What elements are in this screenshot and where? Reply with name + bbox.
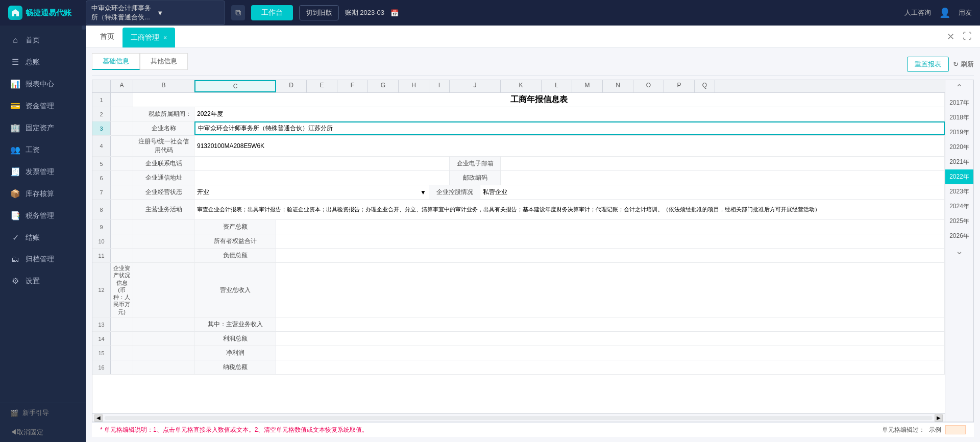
invoice-icon: 🧾 [10, 167, 20, 177]
new-guide[interactable]: 🎬 新手引导 [0, 403, 86, 423]
year-item-2025[interactable]: 2025年 [945, 214, 973, 229]
tab-home[interactable]: 首页 [92, 26, 122, 47]
topbar: 畅捷通易代账 中审众环会计师事务所（特殊普通合伙... ▼ ⧉ 工作台 切到旧版… [0, 0, 980, 26]
year-item-2021[interactable]: 2021年 [945, 155, 973, 169]
hscroll-track[interactable] [105, 416, 933, 420]
user-avatar-icon: 👤 [939, 7, 950, 18]
hscroll-left-btn[interactable]: ◀ [94, 414, 103, 422]
sidebar-item-asset[interactable]: 🏢 固定资产 [0, 117, 86, 139]
cell-6-c[interactable] [194, 171, 450, 185]
copy-icon-btn[interactable]: ⧉ [231, 5, 245, 20]
sidebar-item-salary[interactable]: 👥 工资 [0, 139, 86, 161]
tab-close-window-icon[interactable]: ✕ [945, 29, 957, 44]
tab-close-icon[interactable]: × [163, 34, 167, 41]
cell-8-b: 主营业务活动 [133, 200, 194, 219]
settings-icon: ⚙ [10, 276, 20, 286]
sidebar-bottom: 🎬 新手引导 ◀取消固定 [0, 403, 86, 442]
sidebar-item-invoice[interactable]: 🧾 发票管理 [0, 161, 86, 183]
cell-9-c: 资产总额 [194, 220, 276, 234]
reset-report-button[interactable]: 重置报表 [907, 57, 949, 72]
cell-3-c[interactable]: 中审众环会计师事务所（特殊普通合伙）江苏分所 [194, 121, 945, 135]
refresh-button[interactable]: ↻ 刷新 [953, 60, 974, 69]
cell-5-k[interactable] [501, 157, 945, 170]
cell-10-d[interactable] [276, 234, 945, 248]
cell-2-b: 税款所属期间： [133, 107, 194, 121]
tab-expand-icon[interactable]: ⛶ [961, 29, 974, 44]
table-row: 1 工商年报信息表 [92, 93, 945, 107]
inventory-icon: 📦 [10, 189, 20, 199]
sidebar-item-settings[interactable]: ⚙ 设置 [0, 270, 86, 292]
cell-11-d[interactable] [276, 249, 945, 262]
cell-7-c[interactable]: 开业 ▼ [194, 185, 429, 199]
year-item-2020[interactable]: 2020年 [945, 140, 973, 155]
cell-13-a[interactable] [111, 317, 133, 331]
cell-13-d[interactable] [276, 317, 945, 331]
logo-icon [8, 6, 22, 20]
cell-4-c[interactable]: 91320100MA208E5W6K [194, 136, 945, 156]
cell-9-a[interactable] [111, 220, 133, 234]
row-num-14: 14 [92, 332, 111, 346]
cell-15-b [133, 346, 194, 360]
cell-11-b [133, 249, 194, 262]
cell-11-a[interactable] [111, 249, 133, 262]
cell-6-a[interactable] [111, 171, 133, 185]
cell-6-k[interactable] [501, 171, 945, 185]
tab-gongshang[interactable]: 工商管理 × [122, 28, 175, 47]
user-label[interactable]: 用友 [959, 8, 972, 17]
sidebar-item-close[interactable]: ✓ 结账 [0, 227, 86, 249]
workbench-button[interactable]: 工作台 [251, 5, 293, 20]
cell-16-d[interactable] [276, 360, 945, 374]
cell-2-a[interactable] [111, 107, 133, 121]
cell-15-d[interactable] [276, 346, 945, 360]
cell-5-c[interactable] [194, 157, 450, 170]
year-panel-down-btn[interactable]: ⌄ [945, 243, 973, 259]
subtab-basic[interactable]: 基础信息 [92, 53, 140, 70]
cell-5-a[interactable] [111, 157, 133, 170]
cell-7-a[interactable] [111, 185, 133, 199]
switch-old-button[interactable]: 切到旧版 [299, 5, 339, 20]
sidebar-item-report[interactable]: 📊 报表中心 [0, 73, 86, 95]
sidebar-item-ledger[interactable]: ☰ 总账 [0, 51, 86, 73]
table-row: 15 净利润 [92, 346, 945, 360]
cell-9-d[interactable] [276, 220, 945, 234]
cell-4-a[interactable] [111, 136, 133, 156]
cell-16-a[interactable] [111, 360, 133, 374]
year-item-2018[interactable]: 2018年 [945, 110, 973, 125]
cell-15-a[interactable] [111, 346, 133, 360]
cell-10-a[interactable] [111, 234, 133, 248]
cell-2-c[interactable]: 2022年度 [194, 107, 945, 121]
table-row: 10 所有者权益合计 [92, 234, 945, 249]
table-row: 14 利润总额 [92, 332, 945, 346]
sidebar-item-archive[interactable]: 🗂 归档管理 [0, 249, 86, 270]
tax-icon: 📑 [10, 211, 20, 220]
sheet-body[interactable]: 1 工商年报信息表 2 税款所属期间： 2022年度 [92, 93, 945, 413]
company-selector[interactable]: 中审众环会计师事务所（特殊普通合伙... ▼ [86, 1, 225, 25]
cell-8-a[interactable] [111, 200, 133, 219]
hscroll-right-btn[interactable]: ▶ [935, 414, 943, 422]
year-item-2019[interactable]: 2019年 [945, 125, 973, 140]
sidebar-item-home[interactable]: ⌂ 首页 [0, 30, 86, 51]
year-item-2023[interactable]: 2023年 [945, 184, 973, 199]
year-item-2022[interactable]: 2022年 [945, 169, 973, 184]
cell-10-b [133, 234, 194, 248]
year-item-2017[interactable]: 2017年 [945, 95, 973, 110]
cell-1-a[interactable] [111, 93, 133, 107]
sidebar-item-label-fund: 资金管理 [26, 102, 54, 111]
cell-14-a[interactable] [111, 332, 133, 346]
calendar-icon[interactable]: 📅 [390, 9, 399, 17]
cell-12-d[interactable] [276, 263, 945, 317]
consult-label[interactable]: 人工咨询 [904, 8, 931, 17]
sidebar-item-tax[interactable]: 📑 税务管理 [0, 205, 86, 227]
cell-8-c[interactable]: 审查企业会计报表；出具审计报告；验证企业资本；出具验资报告；办理企业合开、分立、… [194, 200, 945, 219]
cell-14-d[interactable] [276, 332, 945, 346]
subtab-other[interactable]: 其他信息 [140, 53, 188, 70]
sidebar-item-label-salary: 工资 [26, 145, 40, 155]
sidebar-item-fund[interactable]: 💳 资金管理 [0, 95, 86, 117]
year-item-2024[interactable]: 2024年 [945, 199, 973, 214]
cell-3-a[interactable] [111, 121, 133, 135]
cell-7-k[interactable]: 私营企业 [480, 185, 945, 199]
sidebar-item-inventory[interactable]: 📦 库存核算 [0, 183, 86, 205]
year-item-2026[interactable]: 2026年 [945, 229, 973, 243]
year-panel-up-btn[interactable]: ⌃ [945, 80, 973, 95]
unpin-button[interactable]: ◀取消固定 [0, 423, 86, 442]
